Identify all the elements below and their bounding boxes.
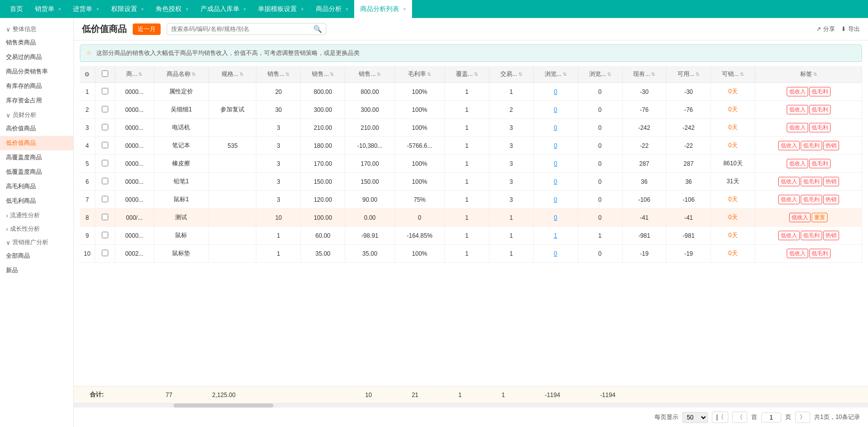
row-checkbox[interactable]	[102, 106, 108, 112]
table-row: 5 0000... 橡皮擦 3 170.00 170.00 100% 1 3 0…	[80, 155, 862, 173]
row-checkbox[interactable]	[102, 214, 108, 220]
sidebar-item-category-rate[interactable]: 商品分类销售率	[0, 64, 73, 79]
nav-close-list[interactable]: ×	[403, 6, 406, 12]
cell-days: 0天	[711, 83, 755, 101]
horizontal-scrollbar[interactable]	[74, 404, 868, 408]
sidebar-section-finance[interactable]: ∨ 员财分析	[0, 108, 73, 121]
row-checkbox[interactable]	[102, 178, 108, 184]
search-input[interactable]	[171, 25, 311, 32]
nav-close-product[interactable]: ×	[243, 6, 246, 12]
th-stock2[interactable]: 可用...⇅	[666, 66, 711, 83]
nav-close-template[interactable]: ×	[301, 6, 304, 12]
row-checkbox[interactable]	[102, 160, 108, 166]
th-settings[interactable]: ⚙	[80, 66, 95, 83]
th-browse2[interactable]: 浏览...⇅	[578, 66, 622, 83]
browse-link[interactable]: 0	[554, 142, 557, 149]
cell-browse2: 0	[578, 191, 622, 209]
nav-analysis[interactable]: 商品分析 ×	[310, 0, 354, 18]
nav-purchase-order[interactable]: 进货单 ×	[67, 0, 105, 18]
search-icon[interactable]: 🔍	[313, 25, 322, 33]
scrollbar-thumb[interactable]	[174, 404, 273, 408]
th-amt1[interactable]: 销售...⇅	[301, 66, 345, 83]
browse-link[interactable]: 0	[554, 160, 557, 167]
cell-gross: -164.85%	[395, 227, 444, 245]
browse-link[interactable]: 0	[554, 250, 557, 257]
browse-link[interactable]: 0	[554, 88, 557, 95]
next-page-button[interactable]: 〉	[795, 412, 810, 423]
row-checkbox[interactable]	[102, 196, 108, 202]
browse-link[interactable]: 0	[554, 196, 557, 203]
sidebar-item-in-stock[interactable]: 有库存的商品	[0, 79, 73, 93]
settings-icon[interactable]: ⚙	[84, 71, 90, 78]
browse-link[interactable]: 1	[554, 232, 557, 239]
nav-close-sales[interactable]: ×	[58, 6, 61, 12]
sidebar-item-high-value[interactable]: 高价值商品	[0, 121, 73, 136]
sidebar-section-growth[interactable]: › 成长性分析	[0, 222, 73, 235]
nav-close-analysis[interactable]: ×	[345, 6, 348, 12]
th-cover[interactable]: 覆盖...⇅	[444, 66, 489, 83]
cell-days: 8610天	[711, 155, 755, 173]
cell-spec: 参加复试	[209, 101, 256, 119]
cell-checkbox	[95, 245, 115, 263]
cell-days: 0天	[711, 119, 755, 137]
browse-link[interactable]: 0	[554, 214, 557, 221]
nav-sales-order[interactable]: 销货单 ×	[29, 0, 67, 18]
browse-link[interactable]: 0	[554, 178, 557, 185]
nav-home[interactable]: 首页	[4, 0, 29, 18]
row-checkbox[interactable]	[102, 124, 108, 130]
sidebar-item-stock-fund[interactable]: 库存资金占用	[0, 93, 73, 108]
table-row: 10 0002... 鼠标垫 1 35.00 35.00 100% 1 1 0 …	[80, 245, 862, 263]
sidebar-item-high-coverage[interactable]: 高覆盖度商品	[0, 150, 73, 165]
prev-page-button[interactable]: 〈	[732, 412, 747, 423]
first-page-button[interactable]: |〈	[712, 412, 728, 423]
total-trade: 21	[412, 392, 418, 399]
cell-amt2: 35.00	[345, 245, 395, 263]
sidebar-item-sales-category[interactable]: 销售类商品	[0, 35, 73, 50]
sidebar-item-high-margin[interactable]: 高毛利商品	[0, 179, 73, 194]
th-stock1[interactable]: 现有...⇅	[622, 66, 666, 83]
cell-days: 0天	[711, 191, 755, 209]
nav-close-purchase[interactable]: ×	[96, 6, 99, 12]
tag-label: 低收入	[778, 177, 800, 186]
sidebar-section-marketing[interactable]: ∨ 营销推广分析	[0, 235, 73, 249]
export-button[interactable]: ⬇ 导出	[841, 25, 860, 33]
th-stock3[interactable]: 可销...⇅	[711, 66, 755, 83]
sidebar-item-new-products[interactable]: 新品	[0, 263, 73, 278]
nav-close-permission[interactable]: ×	[141, 6, 144, 12]
th-spec[interactable]: 规格...⇅	[209, 66, 256, 83]
th-amt2[interactable]: 销售...⇅	[345, 66, 395, 83]
nav-analysis-list[interactable]: 商品分析列表 ×	[354, 0, 412, 18]
page-size-select[interactable]: 50 100 200	[682, 412, 708, 423]
sidebar-section-overall[interactable]: ∨ 整体信息	[0, 22, 73, 35]
sidebar-item-traded[interactable]: 交易过的商品	[0, 50, 73, 64]
sidebar-item-low-coverage[interactable]: 低覆盖度商品	[0, 165, 73, 179]
row-checkbox[interactable]	[102, 250, 108, 256]
row-checkbox[interactable]	[102, 142, 108, 148]
row-checkbox[interactable]	[102, 88, 108, 94]
nav-role[interactable]: 角色授权 ×	[150, 0, 194, 18]
th-browse1[interactable]: 浏览...⇅	[533, 66, 578, 83]
share-button[interactable]: ↗ 分享	[816, 25, 835, 33]
nav-permission[interactable]: 权限设置 ×	[105, 0, 150, 18]
th-name[interactable]: 商品名称⇅	[154, 66, 209, 83]
nav-template[interactable]: 单据模板设置 ×	[252, 0, 309, 18]
browse-link[interactable]: 0	[554, 106, 557, 113]
sidebar-section-liquidity[interactable]: › 流通性分析	[0, 208, 73, 222]
row-checkbox[interactable]	[102, 232, 108, 238]
browse-link[interactable]: 0	[554, 124, 557, 131]
th-qty[interactable]: 销售...⇅	[256, 66, 301, 83]
share-icon: ↗	[816, 25, 821, 32]
th-trade[interactable]: 交易...⇅	[489, 66, 533, 83]
sidebar-item-all-products[interactable]: 全部商品	[0, 249, 73, 263]
page-number-input[interactable]	[761, 413, 781, 423]
th-tags[interactable]: 标签⇅	[755, 66, 862, 83]
time-filter-button[interactable]: 近一月	[133, 23, 161, 35]
tag-label: 低收入	[778, 231, 800, 240]
sidebar-item-low-margin[interactable]: 低毛利商品	[0, 194, 73, 208]
th-code[interactable]: 商...⇅	[115, 66, 154, 83]
nav-close-role[interactable]: ×	[186, 6, 189, 12]
select-all-checkbox[interactable]	[102, 70, 108, 77]
sidebar-item-low-value[interactable]: 低价值商品	[0, 136, 73, 150]
th-gross[interactable]: 毛利率⇅	[395, 66, 444, 83]
nav-product-stock[interactable]: 产成品入库单 ×	[195, 0, 252, 18]
